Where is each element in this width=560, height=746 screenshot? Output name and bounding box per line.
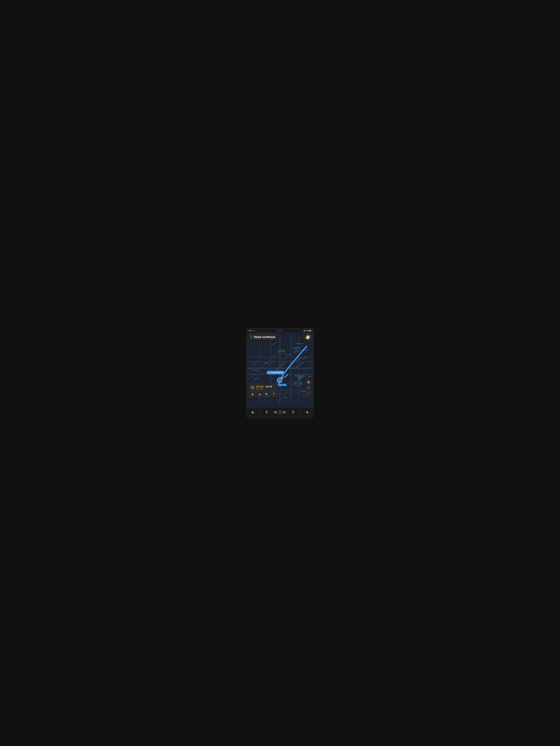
svg-text:W Sherborn Dr: W Sherborn Dr	[296, 343, 303, 344]
mic-center	[307, 336, 309, 338]
turn-label: toward Tradd St	[270, 372, 283, 373]
zoom-minus-icon: −	[308, 392, 310, 395]
zoom-in-button[interactable]: +	[305, 385, 312, 391]
fan-icon: ❋	[279, 410, 281, 413]
svg-text:Jefferson Circle: Jefferson Circle	[292, 347, 299, 348]
svg-text:W Main St: W Main St	[254, 378, 258, 379]
seat-left-button[interactable]: 🪑	[265, 410, 268, 414]
system-bar: ⊞ 🪑 70° ❋ AUTO 72° 🪑 ⚙	[247, 407, 313, 417]
mic-icon	[306, 335, 310, 339]
nav-arrow-icon: ◁	[254, 330, 255, 332]
routes-icon: ⇄	[259, 393, 261, 396]
settings-icon: ⚙	[252, 393, 254, 396]
svg-text:Birkenhead St: Birkenhead St	[252, 370, 259, 371]
climate-control: 70° ❋ AUTO 72°	[274, 410, 286, 414]
svg-point-51	[283, 351, 284, 351]
temp-right: 72°	[283, 411, 286, 414]
poi-name: The University Green	[295, 375, 305, 378]
device-frame: LTE ▲ ◁ 🔒J 4:40	[246, 328, 314, 418]
cancel-icon: ✕	[252, 386, 254, 389]
fan-mode: AUTO	[278, 413, 282, 414]
map-area[interactable]: Alhanian Dr W Sherborn Dr Jefferson Circ…	[247, 332, 313, 407]
system-settings-icon: ⚙	[306, 410, 308, 414]
seat-right-icon: 🪑	[291, 410, 295, 414]
status-bar: LTE ▲ ◁ 🔒J 4:40	[247, 329, 313, 332]
search-icon: 🔍	[265, 393, 268, 396]
eta-minutes: 23 min	[256, 385, 264, 388]
svg-text:Mercer St: Mercer St	[264, 362, 269, 363]
eta-arrival-time: 5:03 PM	[256, 388, 272, 390]
nav-direction-icon: ↑	[250, 335, 253, 339]
nav-instruction-text: Head northeast	[254, 336, 275, 339]
svg-text:Halifax St: Halifax St	[293, 351, 297, 353]
seat-right-button[interactable]: 🪑	[291, 410, 295, 414]
zoom-controls: + −	[305, 385, 312, 396]
location-arrow-icon: ▲	[278, 379, 281, 382]
eta-top-row: ✕ 23 min · 12 mi 5:03 PM	[250, 385, 276, 390]
current-location: ▲	[276, 377, 283, 383]
location-marker: ▲	[277, 378, 282, 382]
eta-distance: · 12 mi	[265, 385, 272, 388]
svg-text:Chartwell St: Chartwell St	[283, 397, 289, 398]
settings-button[interactable]: ⚙	[250, 392, 255, 397]
search-along-route-button[interactable]: 🔍	[265, 392, 269, 397]
eta-info: 23 min · 12 mi 5:03 PM	[256, 385, 272, 390]
destination-button[interactable]: 📍	[272, 392, 276, 397]
location-pulse: ▲	[276, 377, 283, 383]
mute-button[interactable]: 🔇	[305, 379, 312, 385]
nav-banner: ↑ Head northeast	[248, 334, 277, 340]
eta-card: ✕ 23 min · 12 mi 5:03 PM ⚙ ⇄	[248, 384, 278, 398]
sound-off-icon: 🔇	[307, 381, 310, 384]
clock: 4:40	[307, 329, 311, 332]
eta-time-row: 23 min · 12 mi	[256, 385, 272, 388]
poi-marker-icon: 📍	[299, 379, 301, 381]
divider-1	[259, 409, 260, 415]
pin-icon: 📍	[272, 393, 275, 396]
signal-arrow-icon: ▲	[252, 330, 254, 332]
lte-indicator: LTE	[249, 330, 251, 332]
zoom-out-button[interactable]: −	[305, 391, 312, 396]
cancel-navigation-button[interactable]: ✕	[250, 385, 255, 390]
user-indicator: 🔒J	[303, 330, 306, 332]
seat-left-icon: 🪑	[265, 410, 268, 414]
svg-text:Dumbarton St: Dumbarton St	[302, 350, 309, 351]
home-button[interactable]: ⊞	[252, 410, 254, 414]
poi-university-green: The University Green 📍	[295, 375, 305, 381]
temp-left: 70°	[274, 411, 277, 414]
zoom-plus-icon: +	[308, 386, 310, 390]
system-settings-button[interactable]: ⚙	[306, 410, 308, 414]
svg-point-3	[277, 349, 286, 354]
svg-text:Mercer St: Mercer St	[252, 363, 257, 365]
turn-arrow-icon: ↪	[268, 371, 270, 374]
home-grid-icon: ⊞	[252, 410, 254, 414]
nav-toolbar: ⚙ ⇄ 🔍 📍	[250, 391, 276, 397]
turn-bubble: ↪ toward Tradd St	[266, 371, 284, 374]
routes-button[interactable]: ⇄	[258, 392, 262, 397]
google-assistant-button[interactable]	[304, 334, 312, 341]
status-right: 🔒J 4:40	[303, 329, 311, 332]
status-left: LTE ▲ ◁	[249, 330, 255, 332]
svg-text:Ives Way: Ives Way	[307, 376, 312, 377]
svg-text:Berwick Ln: Berwick Ln	[286, 354, 292, 355]
status-center-bar	[276, 331, 283, 331]
